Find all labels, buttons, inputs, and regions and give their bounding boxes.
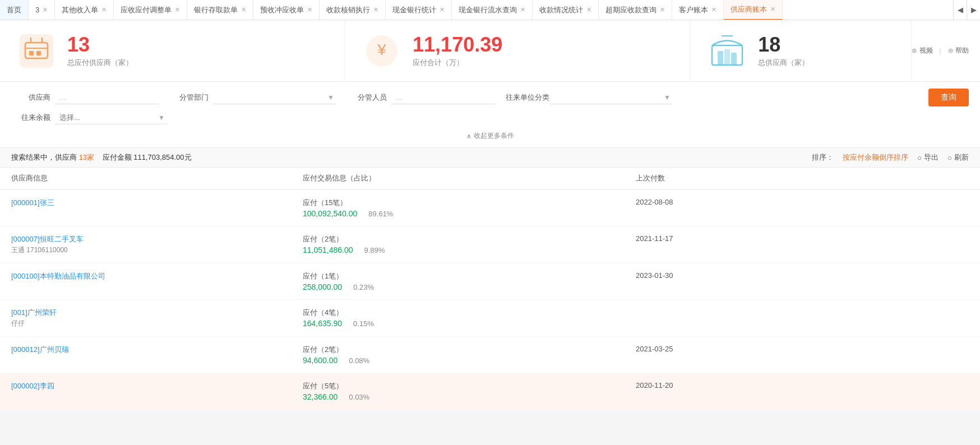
filter-row-1: 供应商 分管部门 ▼ 分管人员 往来单位分类 ▼ 查询 [11,89,969,106]
dept-filter-input[interactable] [213,91,336,104]
filter-row-2: 往来余额 ▼ [11,111,969,124]
close-cash-bank-stat[interactable]: ✕ [440,6,445,13]
vendor-code-5[interactable]: [000002]李四 [11,382,54,390]
payable-total-icon: ¥ [362,31,401,71]
trans-label-3: 应付（4笔） [303,308,636,318]
close-bank-deposit[interactable]: ✕ [241,6,246,13]
trans-label-1: 应付（2笔） [303,234,636,244]
nav-overdue-ar[interactable]: 超期应收款查询 ✕ [599,0,672,20]
trans-amount-4[interactable]: 94,600.00 [303,356,338,365]
nav-other-income[interactable]: 其他收入单 ✕ [55,0,114,20]
top-navigation: 首页 3 ✕ 其他收入单 ✕ 应收应付调整单 ✕ 银行存取款单 ✕ 预收冲应收单… [0,0,980,20]
category-filter-select[interactable]: ▼ [549,91,673,104]
col-last-pay: 上次付数 [636,173,969,183]
trans-amount-0[interactable]: 100,092,540.00 [303,209,357,218]
nav-ar-ap-adjust[interactable]: 应收应付调整单 ✕ [114,0,187,20]
vendor-info-cell: [000001]张三 [11,198,303,208]
nav-bank-deposit[interactable]: 银行存取款单 ✕ [187,0,253,20]
col-trans-info: 应付交易信息（占比） [303,173,636,183]
last-pay-date-5: 2020-11-20 [636,381,673,390]
category-filter-input[interactable] [549,91,673,104]
sort-label: 排序： [812,152,834,163]
vendor-filter-input[interactable] [55,91,158,104]
export-button[interactable]: ○ 导出 [917,152,939,163]
trans-amount-1[interactable]: 11,051,486.00 [303,245,353,254]
nav-cash-bank-stat[interactable]: 现金银行统计 ✕ [386,0,452,20]
svg-rect-10 [718,51,723,65]
nav-receipt-verify[interactable]: 收款核销执行 ✕ [320,0,386,20]
nav-receipt-stat[interactable]: 收款情况统计 ✕ [533,0,599,20]
stat-card-total-vendors: 18 总供应商（家） [691,20,912,81]
nav-tab3[interactable]: 3 ✕ [29,0,55,20]
vendor-filter-label: 供应商 [11,92,50,103]
last-pay-cell-5: 2020-11-20 [636,381,969,390]
svg-rect-3 [29,51,34,55]
close-prepaid-ar[interactable]: ✕ [307,6,312,13]
nav-home[interactable]: 首页 [0,0,29,20]
vendor-info-cell: [000100]本特勤油品有限公司 [11,271,303,281]
close-vendor-book[interactable]: ✕ [770,6,775,13]
help-link[interactable]: ⊙ 帮助 [948,46,969,55]
vendor-sub-1: 王通 17106110000 [11,245,303,255]
nav-prepaid-ar[interactable]: 预收冲应收单 ✕ [253,0,320,20]
table-row: [000002]李四 应付（5笔） 32,366.00 0.03% 2020-1… [0,373,980,410]
result-actions: 排序： 按应付余额倒序排序 ○ 导出 ○ 刷新 [812,152,969,163]
vendor-code-4[interactable]: [000012]广州贝瑞 [11,345,69,354]
trans-row-0: 100,092,540.00 89.61% [303,209,636,218]
filter-vendor: 供应商 [11,91,158,104]
person-filter-input[interactable] [391,91,494,104]
trans-info-cell: 应付（4笔） 164,635.90 0.15% [303,308,636,328]
balance-filter-input[interactable] [55,111,167,124]
vendor-info-cell: [000007]恒旺二手叉车 王通 17106110000 [11,234,303,255]
trans-info-cell: 应付（5笔） 32,366.00 0.03% [303,381,636,401]
last-pay-date-1: 2021-11-17 [636,234,673,243]
person-filter-label: 分管人员 [348,92,387,103]
video-link[interactable]: ⊙ 视频 [912,46,932,55]
last-pay-date-2: 2023-01-30 [636,271,673,280]
trans-amount-5[interactable]: 32,366.00 [303,392,338,401]
trans-row-5: 32,366.00 0.03% [303,392,636,401]
close-tab3[interactable]: ✕ [43,6,48,13]
search-button[interactable]: 查询 [928,89,969,106]
trans-info-cell: 应付（2笔） 11,051,486.00 9.89% [303,234,636,254]
vendor-table: 供应商信息 应付交易信息（占比） 上次付数 [000001]张三 应付（15笔）… [0,168,980,410]
filter-balance: 往来余额 ▼ [11,111,167,124]
dept-filter-select[interactable]: ▼ [213,91,336,104]
close-receipt-stat[interactable]: ✕ [586,6,591,13]
close-ar-ap-adjust[interactable]: ✕ [175,6,180,13]
sort-value[interactable]: 按应付余额倒序排序 [843,152,908,163]
nav-vendor-book[interactable]: 供应商账本 ✕ [724,0,783,20]
nav-arrow-left[interactable]: ◀ [953,0,967,20]
nav-cash-flow[interactable]: 现金银行流水查询 ✕ [452,0,533,20]
trans-label-4: 应付（2笔） [303,345,636,355]
svg-rect-12 [731,53,737,65]
last-pay-date-0: 2022-08-08 [636,198,673,206]
table-row: [001]广州荣轩 仔仔 应付（4笔） 164,635.90 0.15% [0,300,980,337]
vendor-code-2[interactable]: [000100]本特勤油品有限公司 [11,272,105,280]
collapse-bar[interactable]: ∧ 收起更多条件 [11,129,969,143]
close-cash-flow[interactable]: ✕ [520,6,525,13]
close-customer-book[interactable]: ✕ [711,6,716,13]
last-pay-cell-1: 2021-11-17 [636,234,969,243]
trans-label-5: 应付（5笔） [303,381,636,391]
nav-arrows: ◀ ▶ [953,0,980,20]
vendor-info-cell: [001]广州荣轩 仔仔 [11,308,303,328]
refresh-button[interactable]: ○ 刷新 [947,152,969,163]
close-receipt-verify[interactable]: ✕ [373,6,378,13]
vendor-code-3[interactable]: [001]广州荣轩 [11,308,57,317]
trans-row-4: 94,600.00 0.08% [303,356,636,365]
trans-percent-2: 0.23% [353,283,374,291]
balance-filter-select[interactable]: ▼ [55,111,167,124]
trans-amount-3[interactable]: 164,635.90 [303,319,342,328]
close-overdue-ar[interactable]: ✕ [660,6,665,13]
trans-amount-2[interactable]: 258,000.00 [303,282,342,291]
nav-arrow-right[interactable]: ▶ [967,0,980,20]
vendor-sub-3: 仔仔 [11,319,303,328]
close-other-income[interactable]: ✕ [101,6,107,13]
total-vendors-icon [708,31,747,71]
vendor-code-1[interactable]: [000007]恒旺二手叉车 [11,235,84,243]
result-info: 搜索结果中，供应商 13家 应付金额 111,703,854.00元 [11,152,192,163]
stat-number-total-vendors: 18 [758,34,809,56]
last-pay-cell-2: 2023-01-30 [636,271,969,280]
nav-customer-book[interactable]: 客户账本 ✕ [672,0,724,20]
